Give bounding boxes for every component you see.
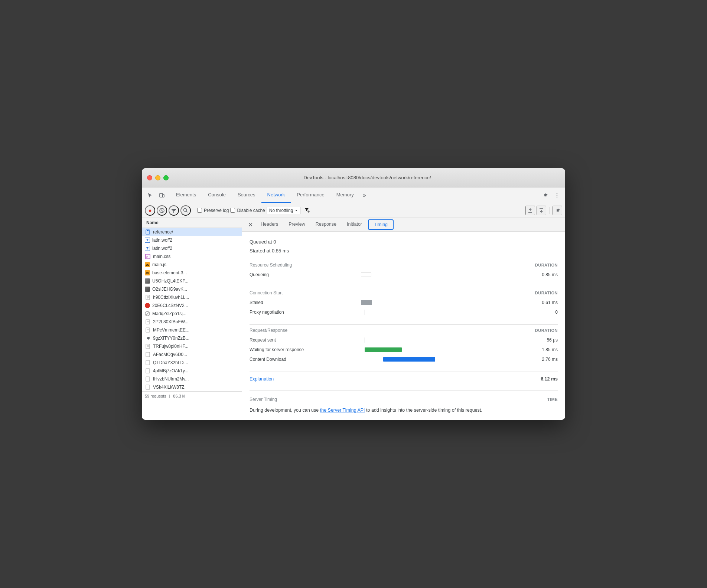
list-item[interactable]: T latin.woff2	[142, 236, 242, 244]
time-label: TIME	[547, 397, 558, 402]
tab-headers[interactable]: Headers	[255, 218, 283, 231]
file-list-sidebar: Name reference/ T latin.woff2 T latin.wo…	[142, 218, 242, 420]
throttle-select[interactable]: No throttling	[267, 207, 301, 214]
item-name: 4pIMBj7zOAk1y...	[153, 368, 239, 373]
gear-icon	[145, 335, 151, 341]
row-label: Queueing	[250, 272, 316, 277]
explanation-link[interactable]: Explanation	[250, 376, 274, 382]
tab-elements[interactable]: Elements	[170, 187, 202, 203]
download-icon[interactable]	[537, 206, 546, 215]
wifi-settings-icon[interactable]	[304, 207, 310, 214]
clear-button[interactable]	[157, 205, 167, 216]
devtools-tabs-list: Elements Console Sources Network Perform…	[170, 187, 540, 203]
bar-area	[316, 299, 528, 306]
tab-preview[interactable]: Preview	[283, 218, 310, 231]
list-item[interactable]: 20E6CLcSzNV2...	[142, 301, 242, 310]
list-item[interactable]: h90CtfziXluvh1L...	[142, 293, 242, 301]
cursor-icon[interactable]	[145, 190, 155, 200]
tab-memory[interactable]: Memory	[330, 187, 360, 203]
network-toolbar: ● Preserve log Disable cache No throttli…	[142, 203, 565, 218]
toolbar-divider-2	[549, 207, 550, 214]
list-item[interactable]: MadqZslZpo1sj...	[142, 310, 242, 318]
svg-rect-11	[147, 230, 149, 231]
item-name: 9gzXiTYY0nZzB...	[153, 336, 239, 341]
queue-bar	[361, 272, 371, 277]
svg-rect-28	[146, 369, 150, 373]
record-button[interactable]: ●	[145, 205, 155, 216]
sidebar-header: Name	[142, 218, 242, 228]
tab-sources[interactable]: Sources	[232, 187, 261, 203]
timing-row-waiting: Waiting for server response 1.85 ms	[250, 345, 558, 355]
list-item[interactable]: U5OHzQL4tEKF...	[142, 277, 242, 285]
devtools-tab-bar: Elements Console Sources Network Perform…	[142, 187, 565, 203]
list-item[interactable]: AFacMOgv6D0...	[142, 350, 242, 359]
item-name: latin.woff2	[152, 238, 239, 243]
list-item[interactable]: 4pIMBj7zOAk1y...	[142, 367, 242, 375]
devtools-tab-icons	[145, 190, 167, 200]
list-item[interactable]: # main.css	[142, 252, 242, 261]
bar-area	[316, 346, 528, 353]
list-item[interactable]: 9gzXiTYY0nZzB...	[142, 334, 242, 342]
tab-response[interactable]: Response	[310, 218, 342, 231]
device-icon[interactable]	[157, 190, 167, 200]
disable-cache-input[interactable]	[230, 208, 235, 213]
more-options-icon[interactable]	[552, 190, 562, 200]
tab-timing[interactable]: Timing	[368, 219, 394, 230]
section-header: Request/Response DURATION	[250, 328, 558, 333]
more-tabs-button[interactable]: »	[360, 192, 369, 199]
list-item[interactable]: VSk4XiLkW8TZ	[142, 383, 242, 391]
document-icon	[145, 352, 151, 357]
server-timing-desc: During development, you can use the Serv…	[250, 406, 558, 414]
svg-line-6	[161, 209, 163, 212]
total-divider	[250, 372, 558, 372]
list-item[interactable]: T latin.woff2	[142, 244, 242, 252]
connection-start-section: Connection Start DURATION Stalled 0.61 m…	[250, 290, 558, 317]
tab-console[interactable]: Console	[202, 187, 232, 203]
filter-icon[interactable]	[169, 205, 179, 216]
tab-network[interactable]: Network	[261, 187, 291, 203]
total-value: 6.12 ms	[541, 376, 558, 382]
list-item[interactable]: reference/	[142, 228, 242, 236]
tab-performance[interactable]: Performance	[291, 187, 330, 203]
request-bar	[365, 337, 365, 343]
bar-area	[316, 308, 528, 316]
list-item[interactable]: QTDnaY32hLDi...	[142, 359, 242, 367]
traffic-lights	[147, 175, 169, 180]
preserve-log-input[interactable]	[197, 208, 202, 213]
preserve-log-checkbox[interactable]: Preserve log	[197, 208, 229, 213]
desc-prefix: During development, you can use	[250, 408, 320, 413]
detail-tab-bar: ✕ Headers Preview Response Initiator Tim…	[242, 218, 565, 232]
upload-icon[interactable]	[525, 206, 535, 215]
settings-icon[interactable]	[540, 190, 550, 200]
list-item[interactable]: MPcVmmemtEE...	[142, 326, 242, 334]
disable-cache-checkbox[interactable]: Disable cache	[230, 208, 265, 213]
close-detail-button[interactable]: ✕	[245, 218, 255, 231]
section-divider	[250, 324, 558, 325]
row-value: 2.76 ms	[528, 357, 558, 362]
content-area: Name reference/ T latin.woff2 T latin.wo…	[142, 218, 565, 420]
item-name: O2slJEHG9avK...	[152, 287, 239, 292]
minimize-button[interactable]	[155, 175, 160, 180]
svg-line-8	[186, 211, 188, 212]
close-button[interactable]	[147, 175, 152, 180]
list-item[interactable]: JS base-element-3...	[142, 269, 242, 277]
tab-initiator[interactable]: Initiator	[342, 218, 367, 231]
maximize-button[interactable]	[163, 175, 169, 180]
list-item[interactable]: O2slJEHG9avK...	[142, 285, 242, 293]
request-count: 59 requests	[145, 394, 166, 398]
row-label: Waiting for server response	[250, 347, 316, 352]
section-header: Resource Scheduling DURATION	[250, 262, 558, 268]
search-icon[interactable]	[180, 205, 191, 216]
server-timing-api-link[interactable]: the Server Timing API	[320, 408, 365, 413]
svg-rect-27	[146, 360, 150, 365]
list-item[interactable]: 2P2L80XfBoFW...	[142, 318, 242, 326]
timing-content: Queued at 0 Started at 0.85 ms Resource …	[242, 232, 565, 420]
js-icon: JS	[145, 270, 150, 275]
devtools-body: Elements Console Sources Network Perform…	[142, 187, 565, 420]
row-value: 0.85 ms	[528, 272, 558, 277]
list-item[interactable]: IHvzbNUlrm2Mv...	[142, 375, 242, 383]
list-item[interactable]: JS main.js	[142, 261, 242, 269]
network-settings-icon[interactable]	[553, 206, 562, 215]
list-item[interactable]: TRFujw0pi0nHF...	[142, 342, 242, 350]
document-icon	[145, 319, 151, 325]
